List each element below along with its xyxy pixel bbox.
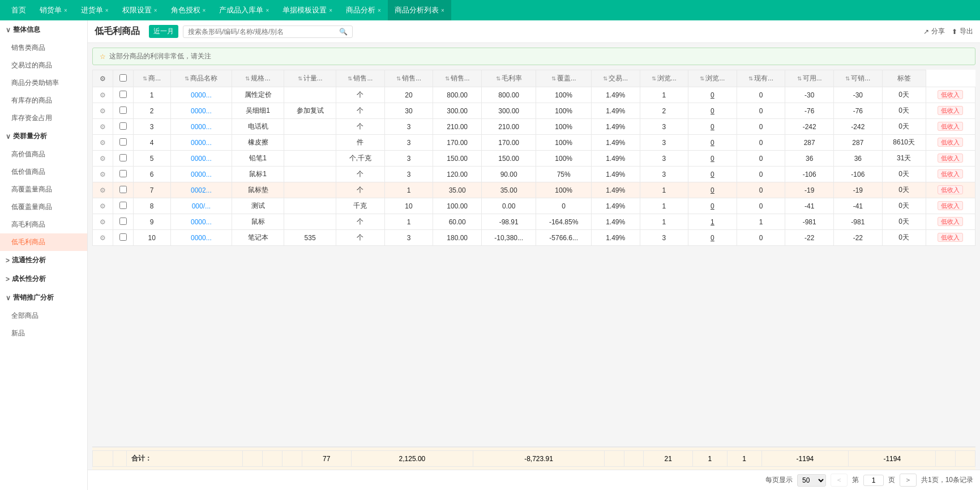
sidebar-item-商品分类助销率[interactable]: 商品分类助销率: [0, 74, 87, 92]
name-column-header[interactable]: 商品名称: [170, 70, 232, 87]
browse2-column-header[interactable]: 浏览...: [688, 70, 737, 87]
nav-item-进货单[interactable]: 进货单×: [74, 0, 115, 20]
spec-column-header[interactable]: 规格...: [232, 70, 284, 87]
next-page-button[interactable]: ＞: [900, 474, 917, 487]
row-checkbox[interactable]: [113, 103, 134, 119]
table-container[interactable]: ⚙ 商... 商品名称 规格... 计量... 销售... 销售... 销售..…: [92, 70, 975, 446]
search-input[interactable]: [188, 28, 339, 36]
row-checkbox[interactable]: [113, 87, 134, 103]
row-select-checkbox[interactable]: [119, 138, 127, 146]
row-browse1[interactable]: 0: [688, 103, 737, 119]
page-size-select[interactable]: 2050100: [797, 474, 826, 487]
row-browse1[interactable]: 0: [688, 87, 737, 103]
sidebar-item-销售类商品[interactable]: 销售类商品: [0, 39, 87, 57]
transaction-column-header[interactable]: 交易...: [591, 70, 640, 87]
row-browse1[interactable]: 0: [688, 182, 737, 198]
row-settings[interactable]: ⚙: [93, 103, 113, 119]
sidebar-item-低毛利商品[interactable]: 低毛利商品: [0, 233, 87, 251]
code-column-header[interactable]: 商...: [133, 70, 170, 87]
row-settings[interactable]: ⚙: [93, 198, 113, 214]
coverage-column-header[interactable]: 覆盖...: [536, 70, 592, 87]
row-checkbox[interactable]: [113, 182, 134, 198]
nav-item-销货单[interactable]: 销货单×: [33, 0, 74, 20]
sidebar-item-低价值商品[interactable]: 低价值商品: [0, 163, 87, 181]
sidebar-item-低覆盖量商品[interactable]: 低覆盖量商品: [0, 198, 87, 216]
row-settings[interactable]: ⚙: [93, 182, 113, 198]
sales-price-column-header[interactable]: 销售...: [384, 70, 433, 87]
nav-item-产成品入库单[interactable]: 产成品入库单×: [212, 0, 276, 20]
row-settings[interactable]: ⚙: [93, 214, 113, 230]
sidebar-item-高毛利商品[interactable]: 高毛利商品: [0, 216, 87, 233]
row-checkbox[interactable]: [113, 214, 134, 230]
row-settings[interactable]: ⚙: [93, 135, 113, 151]
sidebar-group-流通性分析[interactable]: >流通性分析: [0, 251, 87, 270]
export-button[interactable]: ⬆ 导出: [952, 27, 973, 36]
sellable-column-header[interactable]: 可销...: [834, 70, 883, 87]
row-settings[interactable]: ⚙: [93, 167, 113, 182]
close-tab-icon[interactable]: ×: [266, 7, 269, 14]
search-icon[interactable]: 🔍: [339, 28, 348, 36]
select-all-checkbox[interactable]: [119, 74, 127, 82]
current-page-input[interactable]: [863, 475, 884, 486]
row-settings[interactable]: ⚙: [93, 87, 113, 103]
row-select-checkbox[interactable]: [119, 122, 127, 130]
sales-qty-column-header[interactable]: 销售...: [336, 70, 385, 87]
row-browse1[interactable]: 0: [688, 151, 737, 167]
row-browse1[interactable]: 0: [688, 167, 737, 182]
sidebar-item-新品[interactable]: 新品: [0, 325, 87, 342]
unit-column-header[interactable]: 计量...: [284, 70, 336, 87]
row-select-checkbox[interactable]: [119, 233, 127, 241]
sidebar-item-高覆盖量商品[interactable]: 高覆盖量商品: [0, 181, 87, 198]
row-select-checkbox[interactable]: [119, 218, 127, 225]
sidebar-item-交易过的商品[interactable]: 交易过的商品: [0, 57, 87, 74]
sidebar-item-有库存的商品[interactable]: 有库存的商品: [0, 92, 87, 109]
sidebar-item-全部商品[interactable]: 全部商品: [0, 307, 87, 325]
row-browse1[interactable]: 0: [688, 198, 737, 214]
available-column-header[interactable]: 可用...: [785, 70, 834, 87]
nav-item-角色授权[interactable]: 角色授权×: [164, 0, 213, 20]
sidebar-group-营销推广分析[interactable]: ∨营销推广分析: [0, 288, 87, 307]
row-browse1[interactable]: 0: [688, 135, 737, 151]
row-select-checkbox[interactable]: [119, 106, 127, 114]
close-tab-icon[interactable]: ×: [203, 7, 206, 14]
row-settings[interactable]: ⚙: [93, 119, 113, 135]
row-browse1[interactable]: 1: [688, 214, 737, 230]
sidebar-group-成长性分析[interactable]: >成长性分析: [0, 270, 87, 288]
row-checkbox[interactable]: [113, 167, 134, 182]
row-select-checkbox[interactable]: [119, 170, 127, 177]
row-settings[interactable]: ⚙: [93, 230, 113, 246]
nav-item-商品分析列表[interactable]: 商品分析列表×: [388, 0, 451, 20]
sidebar-group-类群量分析[interactable]: ∨类群量分析: [0, 127, 87, 146]
row-select-checkbox[interactable]: [119, 202, 127, 209]
settings-column-header[interactable]: ⚙: [93, 70, 113, 87]
row-checkbox[interactable]: [113, 198, 134, 214]
row-browse1[interactable]: 0: [688, 119, 737, 135]
close-tab-icon[interactable]: ×: [105, 7, 109, 14]
row-checkbox[interactable]: [113, 135, 134, 151]
date-filter-button[interactable]: 近一月: [149, 25, 178, 38]
share-button[interactable]: ↗ 分享: [923, 27, 945, 36]
close-tab-icon[interactable]: ×: [64, 7, 67, 14]
row-checkbox[interactable]: [113, 230, 134, 246]
row-settings[interactable]: ⚙: [93, 151, 113, 167]
nav-item-单据模板设置[interactable]: 单据模板设置×: [276, 0, 339, 20]
gross-margin-column-header[interactable]: 毛利率: [481, 70, 536, 87]
close-tab-icon[interactable]: ×: [378, 7, 381, 14]
sidebar-group-整体信息[interactable]: ∨整体信息: [0, 20, 87, 39]
row-select-checkbox[interactable]: [119, 154, 127, 161]
sidebar-item-高价值商品[interactable]: 高价值商品: [0, 146, 87, 163]
row-browse1[interactable]: 0: [688, 230, 737, 246]
row-checkbox[interactable]: [113, 151, 134, 167]
close-tab-icon[interactable]: ×: [329, 7, 332, 14]
row-select-checkbox[interactable]: [119, 186, 127, 193]
close-tab-icon[interactable]: ×: [441, 7, 444, 14]
row-checkbox[interactable]: [113, 119, 134, 135]
browse1-column-header[interactable]: 浏览...: [640, 70, 688, 87]
nav-item-商品分析[interactable]: 商品分析×: [339, 0, 388, 20]
nav-item-权限设置[interactable]: 权限设置×: [115, 0, 164, 20]
row-select-checkbox[interactable]: [119, 91, 127, 98]
current-stock-column-header[interactable]: 现有...: [737, 70, 785, 87]
prev-page-button[interactable]: ＜: [831, 474, 848, 487]
close-tab-icon[interactable]: ×: [154, 7, 157, 14]
sales-amount-column-header[interactable]: 销售...: [433, 70, 482, 87]
